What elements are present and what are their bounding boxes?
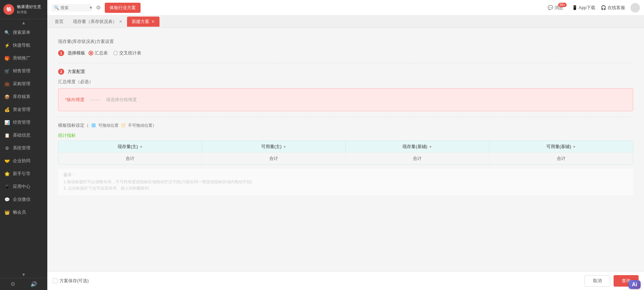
sidebar-item-basic-info[interactable]: 📋 基础信息 bbox=[0, 129, 47, 142]
radio-cross-dot bbox=[113, 51, 118, 55]
sidebar-item-app-center[interactable]: 📱 应用中心 bbox=[0, 180, 47, 193]
logo-subtitle: 标准版 bbox=[17, 10, 41, 15]
sidebar-item-member[interactable]: 👑 畅会员 bbox=[0, 206, 47, 219]
radio-summary[interactable]: 汇总表 bbox=[89, 50, 108, 56]
step1-number: 1 bbox=[58, 50, 64, 56]
sys-mgmt-icon: ⚙ bbox=[4, 145, 10, 151]
sales-icon: 🛒 bbox=[4, 68, 10, 74]
tab-new-plan[interactable]: 新建方案 ✕ bbox=[127, 17, 159, 27]
sidebar-item-label: 基础信息 bbox=[13, 132, 30, 138]
tab-inventory-status[interactable]: 现存量（库存状况表） ✕ bbox=[68, 17, 127, 27]
col-header-2[interactable]: 可用量(主) ▼ bbox=[202, 141, 346, 152]
tab-inventory-close-icon[interactable]: ✕ bbox=[119, 19, 122, 24]
message-icon: 💬 bbox=[548, 5, 553, 10]
audio-icon[interactable]: 🔊 bbox=[30, 281, 37, 287]
sidebar-item-label: 快捷导航 bbox=[13, 42, 30, 48]
settings-panel: 现存量(库存状况表)方案设置 1 选择模板 汇总表 交叉统计表 bbox=[53, 33, 639, 208]
tab-new-plan-close-icon[interactable]: ✕ bbox=[151, 19, 155, 24]
tab-inventory-label: 现存量（库存状况表） bbox=[73, 19, 117, 25]
industry-plan-button[interactable]: 体验行业方案 bbox=[105, 3, 141, 13]
search-dropdown-icon[interactable]: ▼ bbox=[89, 5, 93, 10]
col-header-3[interactable]: 现存量(基辅) ▼ bbox=[346, 141, 489, 152]
topbar: 🔍 ▼ ⚙ 体验行业方案 💬 消息 99+ 📱 App下载 🎧 在线客服 bbox=[47, 0, 644, 16]
sidebar-scroll-down[interactable]: ▼ bbox=[0, 271, 47, 278]
inventory-icon: 📦 bbox=[4, 94, 10, 100]
col-cell-4: 合计 bbox=[489, 153, 633, 164]
sidebar-item-purchase[interactable]: 💼 采购管理 bbox=[0, 77, 47, 90]
sidebar-item-sys-mgmt[interactable]: ⚙ 系统管理 bbox=[0, 142, 47, 154]
sidebar-item-corp-wechat[interactable]: 💬 企业微信 bbox=[0, 193, 47, 206]
message-badge: 99+ bbox=[558, 3, 567, 7]
cancel-button[interactable]: 取消 bbox=[585, 275, 610, 287]
non-draggable-badge bbox=[121, 123, 125, 127]
col-header-4[interactable]: 可用量(基辅) ▼ bbox=[489, 141, 633, 152]
new-guide-icon: 🌟 bbox=[4, 171, 10, 177]
indicator-settings-label: 模板指标设定（ 可拖动位置 不可拖动位置） bbox=[58, 122, 633, 128]
tab-home[interactable]: 首页 bbox=[50, 17, 68, 27]
hint-item-1: 1.拖动标题栏可以调整布局，不可跨维度或指标区域拖动栏目字段(只能在同一维度或指… bbox=[64, 179, 628, 185]
online-service-button[interactable]: 🎧 在线客服 bbox=[601, 5, 625, 11]
dimension-divider bbox=[58, 117, 633, 117]
page-title: 现存量(库存状况表)方案设置 bbox=[58, 39, 633, 45]
step1-label: 选择模板 bbox=[68, 50, 85, 56]
sidebar-scroll-up[interactable]: ▲ bbox=[0, 19, 47, 26]
sidebar-item-sales[interactable]: 🛒 销售管理 bbox=[0, 65, 47, 77]
sidebar-item-label: 畅会员 bbox=[13, 209, 26, 215]
save-option[interactable]: 方案保存(可选) bbox=[53, 278, 89, 284]
user-avatar[interactable] bbox=[630, 3, 640, 13]
corp-agreement-icon: 🤝 bbox=[4, 158, 10, 164]
search-menu-icon: 🔍 bbox=[4, 29, 10, 35]
message-button[interactable]: 💬 消息 99+ bbox=[548, 5, 563, 11]
search-input[interactable] bbox=[60, 5, 88, 10]
radio-cross[interactable]: 交叉统计表 bbox=[113, 50, 141, 56]
sidebar-nav: 🔍 搜索菜单 ⚡ 快捷导航 🎁 营销推广 🛒 销售管理 💼 采购管理 📦 库存核… bbox=[0, 26, 47, 271]
save-checkbox[interactable] bbox=[53, 279, 57, 283]
summary-dimension-label: 汇总维度（必选） bbox=[58, 79, 633, 85]
purchase-icon: 💼 bbox=[4, 81, 10, 87]
sidebar-item-label: 销售管理 bbox=[13, 68, 30, 74]
gear-icon[interactable]: ⚙ bbox=[95, 3, 102, 12]
dimension-arrow: —— bbox=[90, 97, 101, 103]
sidebar-item-label: 库存核算 bbox=[13, 94, 30, 100]
sidebar-item-label: 企业协同 bbox=[13, 158, 30, 164]
sidebar-item-finance[interactable]: 💰 资金管理 bbox=[0, 103, 47, 116]
step1-header: 1 选择模板 汇总表 交叉统计表 bbox=[58, 50, 633, 56]
col2-chevron-icon[interactable]: ▼ bbox=[283, 145, 286, 149]
stats-section: 统计指标 现存量(主) ▼ 可用量(主) ▼ bbox=[58, 132, 633, 165]
ai-badge[interactable]: Ai bbox=[628, 280, 641, 289]
col-header-1[interactable]: 现存量(主) ▼ bbox=[58, 141, 202, 152]
sidebar-item-inventory[interactable]: 📦 库存核算 bbox=[0, 90, 47, 103]
topbar-search-box[interactable]: 🔍 ▼ bbox=[51, 4, 92, 11]
sidebar-item-label: 营销推广 bbox=[13, 55, 30, 61]
sidebar-item-corp-agreement[interactable]: 🤝 企业协同 bbox=[0, 154, 47, 167]
sidebar-item-search-menu[interactable]: 🔍 搜索菜单 bbox=[0, 26, 47, 39]
app-download-button[interactable]: 📱 App下载 bbox=[572, 5, 595, 11]
sidebar-item-shortcut-nav[interactable]: ⚡ 快捷导航 bbox=[0, 39, 47, 52]
marketing-icon: 🎁 bbox=[4, 55, 10, 61]
non-draggable-badge-label: 不可拖动位置） bbox=[128, 123, 156, 128]
col-header-1-label: 现存量(主) bbox=[118, 144, 138, 150]
step2-label: 方案配置 bbox=[68, 69, 85, 75]
col3-chevron-icon[interactable]: ▼ bbox=[429, 145, 432, 149]
sidebar-item-marketing[interactable]: 🎁 营销推广 bbox=[0, 52, 47, 65]
sidebar-item-label: 应用中心 bbox=[13, 184, 30, 190]
col1-chevron-icon[interactable]: ▼ bbox=[139, 145, 143, 149]
member-icon: 👑 bbox=[4, 209, 10, 215]
stats-table-header: 现存量(主) ▼ 可用量(主) ▼ 现存量(基辅) ▼ bbox=[58, 141, 633, 152]
topbar-right: 💬 消息 99+ 📱 App下载 🎧 在线客服 bbox=[548, 3, 640, 13]
search-icon: 🔍 bbox=[54, 5, 59, 10]
sidebar-item-label: 搜索菜单 bbox=[13, 29, 30, 35]
logo-title: 畅康通好生意 bbox=[17, 4, 41, 10]
stats-table: 现存量(主) ▼ 可用量(主) ▼ 现存量(基辅) ▼ bbox=[58, 141, 633, 165]
ai-badge-label: Ai bbox=[632, 282, 637, 287]
col4-chevron-icon[interactable]: ▼ bbox=[572, 145, 576, 149]
main-area: 🔍 ▼ ⚙ 体验行业方案 💬 消息 99+ 📱 App下载 🎧 在线客服 bbox=[47, 0, 644, 290]
sidebar-item-label: 采购管理 bbox=[13, 81, 30, 87]
step2-header: 2 方案配置 bbox=[58, 69, 633, 75]
sidebar-item-operations[interactable]: 📊 经营管理 bbox=[0, 116, 47, 129]
dimension-area[interactable]: *纵向维度 —— 请选择分组维度 bbox=[58, 88, 633, 111]
sidebar-item-new-guide[interactable]: 🌟 新手引导 bbox=[0, 167, 47, 180]
corp-wechat-icon: 💬 bbox=[4, 196, 10, 202]
stats-table-row: 合计 合计 合计 合计 bbox=[58, 152, 633, 164]
settings-icon[interactable]: ⚙ bbox=[10, 281, 15, 287]
